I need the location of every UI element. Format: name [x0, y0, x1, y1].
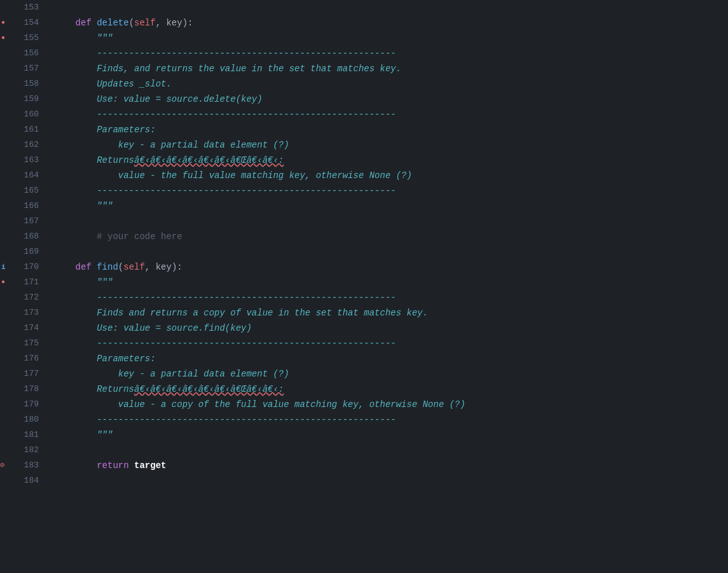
code-area: def delete(self, key): """ -------------… — [48, 0, 728, 573]
line-number-164: 164 — [0, 168, 43, 183]
code-line-163: Returnsâ€‹â€‹â€‹â€‹â€‹â€‹â€Œâ€‹â€‹: — [54, 153, 728, 168]
line-number-170: 170 — [0, 259, 43, 275]
code-line-157: Finds, and returns the value in the set … — [54, 61, 728, 76]
line-number-176: 176 — [0, 351, 43, 366]
code-line-154: def delete(self, key): — [54, 15, 728, 31]
code-line-156: ----------------------------------------… — [54, 46, 728, 61]
line-number-165: 165 — [0, 183, 43, 198]
line-number-173: 173 — [0, 305, 43, 321]
code-line-162: key - a partial data element (?) — [54, 137, 728, 153]
line-number-155: 155 — [0, 31, 43, 46]
code-line-180: ----------------------------------------… — [54, 412, 728, 427]
line-number-181: 181 — [0, 427, 43, 443]
code-line-165: ----------------------------------------… — [54, 183, 728, 198]
line-number-180: 180 — [0, 412, 43, 427]
line-number-163: 163 — [0, 153, 43, 168]
line-number-175: 175 — [0, 336, 43, 351]
line-number-179: 179 — [0, 397, 43, 412]
code-line-153 — [54, 0, 728, 15]
code-line-172: ----------------------------------------… — [54, 290, 728, 305]
code-line-184 — [54, 473, 728, 488]
code-line-161: Parameters: — [54, 122, 728, 137]
line-number-177: 177 — [0, 366, 43, 382]
line-number-168: 168 — [0, 229, 43, 244]
code-line-177: key - a partial data element (?) — [54, 366, 728, 382]
line-number-156: 156 — [0, 46, 43, 61]
code-line-182 — [54, 443, 728, 458]
code-line-164: value - the full value matching key, oth… — [54, 168, 728, 183]
code-line-167 — [54, 214, 728, 229]
code-line-160: ----------------------------------------… — [54, 107, 728, 122]
line-gutter: 1531541551561571581591601611621631641651… — [0, 0, 48, 573]
line-number-169: 169 — [0, 244, 43, 259]
code-line-181: """ — [54, 427, 728, 443]
code-line-170: def find(self, key): — [54, 259, 728, 275]
line-number-157: 157 — [0, 61, 43, 76]
code-line-178: Returnsâ€‹â€‹â€‹â€‹â€‹â€‹â€Œâ€‹â€‹: — [54, 382, 728, 397]
code-line-159: Use: value = source.delete(key) — [54, 92, 728, 107]
line-number-174: 174 — [0, 321, 43, 336]
line-number-162: 162 — [0, 137, 43, 153]
line-number-161: 161 — [0, 122, 43, 137]
code-line-179: value - a copy of the full value matchin… — [54, 397, 728, 412]
line-number-160: 160 — [0, 107, 43, 122]
code-line-155: """ — [54, 31, 728, 46]
code-line-158: Updates _slot. — [54, 76, 728, 92]
code-line-176: Parameters: — [54, 351, 728, 366]
line-number-153: 153 — [0, 0, 43, 15]
line-number-171: 171 — [0, 275, 43, 290]
line-number-178: 178 — [0, 382, 43, 397]
code-line-174: Use: value = source.find(key) — [54, 321, 728, 336]
line-number-172: 172 — [0, 290, 43, 305]
code-line-168: # your code here — [54, 229, 728, 244]
line-number-182: 182 — [0, 443, 43, 458]
line-number-184: 184 — [0, 473, 43, 488]
code-line-171: """ — [54, 275, 728, 290]
line-number-154: 154 — [0, 15, 43, 31]
line-number-166: 166 — [0, 198, 43, 214]
code-editor: 1531541551561571581591601611621631641651… — [0, 0, 728, 573]
code-line-166: """ — [54, 198, 728, 214]
code-line-169 — [54, 244, 728, 259]
code-line-173: Finds and returns a copy of value in the… — [54, 305, 728, 321]
line-number-183: 183 — [0, 458, 43, 473]
line-number-158: 158 — [0, 76, 43, 92]
line-number-167: 167 — [0, 214, 43, 229]
code-line-175: ----------------------------------------… — [54, 336, 728, 351]
line-number-159: 159 — [0, 92, 43, 107]
code-line-183: return target — [54, 458, 728, 473]
